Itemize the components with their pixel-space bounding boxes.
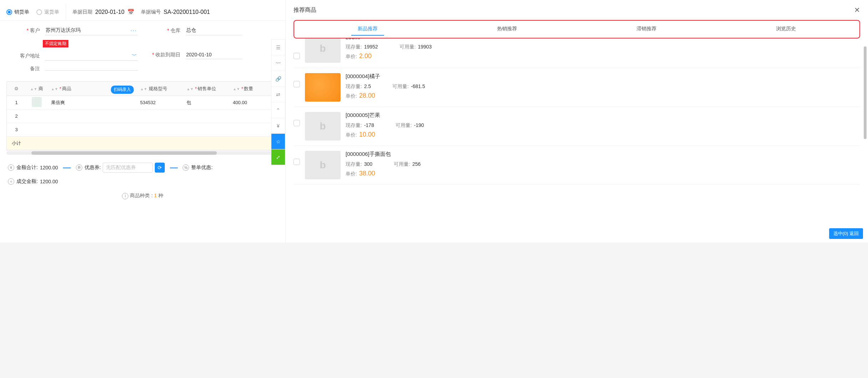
discount-icon: % <box>183 164 189 171</box>
radio-return-order[interactable]: 退货单 <box>36 9 59 15</box>
tool-chart-icon[interactable]: 〰 <box>271 55 285 71</box>
footer-info: i 商品种类 : 1 种 <box>0 188 285 204</box>
recommend-item: b250ml现存量:19952可用量:19903单价:2.00 <box>293 40 860 68</box>
customer-lookup-icon[interactable]: ··· <box>131 27 137 33</box>
summary-row-1: ¥ 金额合计: 1200.00 — 券 优惠券: 无匹配优惠券 ⟳ — % 整单… <box>0 160 285 175</box>
doc-date-label: 单据日期 <box>72 9 92 15</box>
table-row[interactable]: 2 <box>7 109 279 123</box>
recommend-list: b250ml现存量:19952可用量:19903单价:2.00[0000004]… <box>286 39 868 225</box>
price-label: 单价: <box>346 93 357 99</box>
calendar-icon[interactable]: 📅 <box>127 9 134 15</box>
item-checkbox[interactable] <box>293 53 300 59</box>
row-unit[interactable]: 包 <box>183 99 229 106</box>
coupon-input[interactable]: 无匹配优惠券 <box>103 163 153 173</box>
doc-code-label: 单据编号 <box>141 9 161 15</box>
tab-history[interactable]: 浏览历史 <box>770 23 802 36</box>
col-spec: 规格型号 <box>149 86 167 91</box>
avail-label: 可用量: <box>395 122 412 128</box>
remark-label: 备注 <box>8 66 40 72</box>
deal-icon: ✧ <box>8 178 14 185</box>
deal-value: 1200.00 <box>40 179 58 184</box>
items-table: ⚙ ▲▼商 ▲▼*商品扫码录入 ▲▼规格型号 ▲▼*销售单位 ▲▼*数量 1果倍… <box>6 81 279 150</box>
chevron-down-icon: ﹀ <box>132 52 137 59</box>
warehouse-input[interactable]: 总仓 <box>185 26 242 35</box>
sort-icon[interactable]: ▲▼ <box>233 88 240 90</box>
due-date-label: 收款到期日 <box>148 52 180 58</box>
kind-unit: 种 <box>158 193 163 198</box>
doc-date-field[interactable]: 单据日期 2020-01-10 📅 <box>72 9 134 15</box>
doc-code-field: 单据编号 SA-20200110-001 <box>141 9 210 15</box>
scan-input-badge[interactable]: 扫码录入 <box>111 86 134 94</box>
doc-date-value: 2020-01-10 <box>95 9 124 15</box>
row-thumb <box>26 97 47 108</box>
customer-label: 客户 <box>8 27 40 34</box>
sales-order-form: 销货单 退货单 单据日期 2020-01-10 📅 单据编号 SA-202001… <box>0 0 285 242</box>
tab-new[interactable]: 新品推荐 <box>351 23 384 36</box>
coupon-icon: 券 <box>76 164 82 171</box>
avail-value: 19903 <box>418 44 432 50</box>
due-date-value: 2020-01-10 <box>186 52 212 57</box>
header-row: 销货单 退货单 单据日期 2020-01-10 📅 单据编号 SA-202001… <box>0 4 285 21</box>
stock-value: 19952 <box>364 44 378 50</box>
price-value: 2.00 <box>359 52 372 60</box>
panel-title: 推荐商品 <box>293 6 316 14</box>
table-row[interactable]: 1果倍爽534532包400.00 <box>7 96 279 109</box>
avail-value: 256 <box>412 161 420 167</box>
warehouse-label: 仓库 <box>148 27 180 34</box>
side-toolbar: ☰ 〰 🔗 ⇄ ⌃ ¥ ☆ ⤢ <box>271 39 285 165</box>
vertical-scrollbar[interactable] <box>864 46 867 139</box>
item-checkbox[interactable] <box>293 81 300 87</box>
row-spec[interactable]: 534532 <box>137 100 183 105</box>
summary-row-2: ✧ 成交金额: 1200.00 <box>0 175 285 188</box>
item-image <box>305 73 341 102</box>
sort-icon[interactable]: ▲▼ <box>51 88 58 90</box>
sort-icon[interactable]: ▲▼ <box>140 88 147 90</box>
tool-collapse-icon[interactable]: ⌃ <box>271 102 285 118</box>
sort-icon[interactable]: ▲▼ <box>187 88 194 90</box>
item-checkbox[interactable] <box>293 120 300 126</box>
price-label: 单价: <box>346 132 357 138</box>
row-product[interactable]: 果倍爽 <box>47 99 137 106</box>
address-select[interactable]: ﹀ <box>45 51 138 61</box>
stock-value: 300 <box>364 161 372 167</box>
col-product: 商品 <box>62 86 71 91</box>
avail-value: -190 <box>414 122 424 128</box>
radio-sale-order[interactable]: 销货单 <box>6 9 29 15</box>
sort-icon[interactable]: ▲▼ <box>30 88 37 90</box>
tab-slow[interactable]: 滞销推荐 <box>630 23 663 36</box>
subtotal-label: 小计 <box>7 140 26 147</box>
refresh-coupon-button[interactable]: ⟳ <box>155 163 165 173</box>
selected-return-button[interactable]: 选中(0) 返回 <box>829 228 863 239</box>
item-image: b <box>305 112 341 141</box>
due-date-input[interactable]: 2020-01-10 <box>185 50 242 59</box>
customer-input[interactable]: 苏州万达沃尔玛 ··· <box>45 26 138 35</box>
table-header: ⚙ ▲▼商 ▲▼*商品扫码录入 ▲▼规格型号 ▲▼*销售单位 ▲▼*数量 <box>7 82 279 96</box>
remark-input[interactable] <box>45 67 138 71</box>
stock-label: 现存量: <box>346 122 362 128</box>
tab-hot[interactable]: 热销推荐 <box>491 23 524 36</box>
radio-return-label: 退货单 <box>44 9 59 15</box>
horizontal-scrollbar[interactable] <box>6 151 279 155</box>
tool-star-icon[interactable]: ☆ <box>271 134 285 149</box>
item-checkbox[interactable] <box>293 159 300 165</box>
total-label: 金额合计: <box>16 164 38 171</box>
tool-exchange-icon[interactable]: ⇄ <box>271 87 285 102</box>
col-thumb: 商 <box>39 86 43 91</box>
price-value: 10.00 <box>359 131 375 138</box>
item-name: [0000004]橘子 <box>346 73 860 80</box>
row-qty[interactable]: 400.00 <box>229 100 261 105</box>
subtotal-row: 小计 <box>7 137 279 150</box>
tool-note-icon[interactable]: ☰ <box>271 40 285 55</box>
table-row[interactable]: 3 <box>7 123 279 137</box>
price-label: 单价: <box>346 171 357 177</box>
tool-link-icon[interactable]: 🔗 <box>271 71 285 87</box>
currency-icon: ¥ <box>8 164 14 171</box>
gear-icon[interactable]: ⚙ <box>14 86 19 91</box>
stock-label: 现存量: <box>346 161 362 167</box>
minus-icon: — <box>170 163 178 172</box>
close-icon[interactable]: ✕ <box>854 6 860 14</box>
stock-label: 现存量: <box>346 44 362 50</box>
tool-expand-icon[interactable]: ⤢ <box>271 149 285 165</box>
col-qty: 数量 <box>244 86 253 91</box>
tool-currency-icon[interactable]: ¥ <box>271 118 285 134</box>
